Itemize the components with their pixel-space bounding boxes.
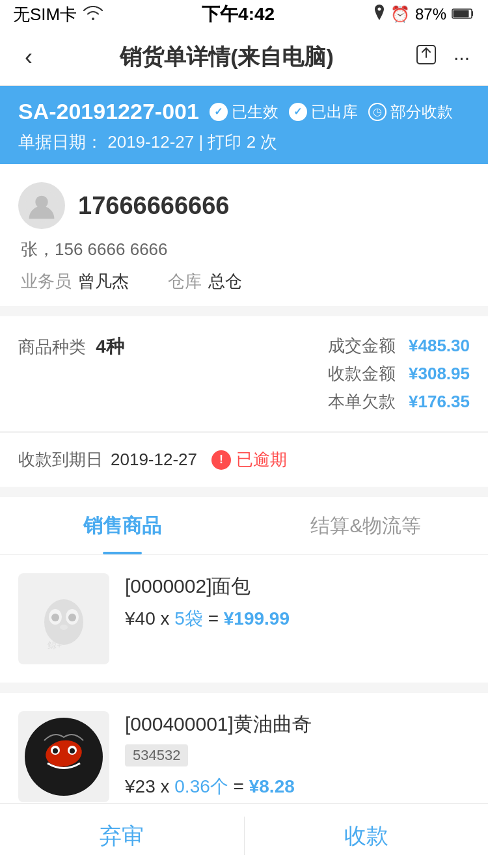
overdue-badge: ! 已逾期 (211, 448, 287, 471)
collect-payment-button[interactable]: 收款 (245, 804, 489, 868)
share-button[interactable] (414, 43, 438, 71)
product-info-bread: [0000002]面包 ¥40 x 5袋 = ¥199.99 (125, 573, 470, 631)
svg-point-5 (44, 599, 83, 645)
order-id: SA-20191227-001 (18, 99, 199, 124)
nav-actions: ··· (414, 43, 470, 71)
product-info-cookies: [000400001]黄油曲奇 534532 ¥23 x 0.36个 = ¥8.… (125, 711, 470, 799)
debt-amount-row: 本单欠款 ¥176.35 (328, 390, 470, 413)
product-price-cookies: ¥23 x 0.36个 = ¥8.28 (125, 774, 470, 799)
product-type-count: 4种 (96, 336, 124, 357)
status-right: ⏰ 87% (373, 5, 475, 24)
qty-cookies: 0.36个 (174, 776, 228, 796)
battery-text: 87% (415, 5, 446, 23)
badge-shipped: ✓ 已出库 (289, 102, 358, 122)
price-base-bread: ¥40 (125, 608, 156, 629)
check-icon: ✓ (210, 103, 228, 121)
svg-point-9 (68, 614, 76, 621)
product-type-row: 商品种类 4种 (18, 334, 124, 359)
warehouse-row: 仓库 总仓 (168, 270, 242, 293)
svg-rect-1 (453, 10, 468, 18)
customer-phone: 17666666666 (78, 192, 229, 220)
bottom-bar: 弃审 收款 (0, 803, 488, 868)
product-item-cookies: [000400001]黄油曲奇 534532 ¥23 x 0.36个 = ¥8.… (0, 693, 488, 821)
avatar (18, 182, 65, 229)
back-button[interactable]: ‹ (18, 37, 39, 77)
price-base-cookies: ¥23 (125, 776, 156, 796)
status-time: 下午4:42 (202, 2, 275, 27)
deal-amount-value: ¥485.30 (409, 336, 470, 356)
check-icon-2: ✓ (289, 103, 307, 121)
wifi-icon (83, 5, 103, 25)
tabs: 销售商品 结算&物流等 (0, 497, 488, 554)
nav-bar: ‹ 销货单详情(来自电脑) ··· (0, 29, 488, 86)
debt-label: 本单欠款 (328, 390, 396, 413)
customer-section: 17666666666 张，156 6666 6666 业务员 曾凡杰 仓库 总… (0, 164, 488, 306)
more-button[interactable]: ··· (454, 46, 470, 68)
overdue-label: 收款到期日 (18, 448, 103, 471)
customer-name-phone: 张，156 6666 6666 (18, 238, 470, 261)
cancel-review-button[interactable]: 弃审 (0, 804, 244, 868)
warehouse-label: 仓库 (168, 270, 202, 293)
stats-right: 成交金额 ¥485.30 收款金额 ¥308.95 本单欠款 ¥176.35 (328, 334, 470, 413)
alarm-icon: ⏰ (390, 5, 410, 23)
svg-point-17 (70, 748, 75, 753)
location-icon (373, 5, 385, 24)
overdue-dot-icon: ! (211, 450, 231, 470)
badge-partial: ◷ 部分收款 (368, 102, 453, 122)
product-type-label: 商品种类 (18, 337, 86, 357)
product-image-bread: 鲸+ (18, 573, 109, 664)
stats-section: 商品种类 4种 成交金额 ¥485.30 收款金额 ¥308.95 本单欠款 ¥… (0, 316, 488, 432)
product-tag-cookies: 534532 (125, 744, 188, 766)
received-value: ¥308.95 (409, 364, 470, 384)
tab-sales-products[interactable]: 销售商品 (0, 497, 244, 554)
overdue-section: 收款到期日 2019-12-27 ! 已逾期 (0, 432, 488, 487)
overdue-text: 已逾期 (236, 448, 287, 471)
status-left: 无SIM卡 (13, 3, 103, 26)
sales-rep-value: 曾凡杰 (78, 270, 129, 293)
page-title: 销货单详情(来自电脑) (120, 42, 334, 72)
order-header-banner: SA-20191227-001 ✓ 已生效 ✓ 已出库 ◷ 部分收款 单据日期：… (0, 86, 488, 164)
product-price-bread: ¥40 x 5袋 = ¥199.99 (125, 606, 470, 631)
warehouse-value: 总仓 (208, 270, 242, 293)
stats-left: 商品种类 4种 (18, 334, 124, 363)
sales-rep-label: 业务员 (21, 270, 72, 293)
product-image-cookies (18, 711, 109, 802)
product-name-cookies: [000400001]黄油曲奇 (125, 711, 470, 738)
customer-meta: 业务员 曾凡杰 仓库 总仓 (18, 270, 470, 293)
deal-amount-row: 成交金额 ¥485.30 (328, 334, 470, 357)
order-date-line: 单据日期： 2019-12-27 | 打印 2 次 (18, 131, 470, 154)
svg-point-8 (51, 614, 59, 621)
svg-point-10 (60, 625, 68, 630)
qty-bread: 5袋 (174, 608, 203, 629)
product-name-bread: [0000002]面包 (125, 573, 470, 600)
svg-point-16 (53, 748, 58, 753)
product-list: 鲸+ [0000002]面包 ¥40 x 5袋 = ¥199.99 (0, 555, 488, 821)
battery-icon (452, 5, 475, 23)
status-bar: 无SIM卡 下午4:42 ⏰ 87% (0, 0, 488, 29)
received-amount-row: 收款金额 ¥308.95 (328, 362, 470, 385)
tab-settlement[interactable]: 结算&物流等 (244, 497, 488, 554)
received-label: 收款金额 (328, 362, 396, 385)
tabs-section: 销售商品 结算&物流等 (0, 497, 488, 555)
debt-value: ¥176.35 (409, 392, 470, 412)
svg-text:鲸+: 鲸+ (47, 640, 62, 650)
product-item-bread: 鲸+ [0000002]面包 ¥40 x 5袋 = ¥199.99 (0, 555, 488, 683)
badge-effective: ✓ 已生效 (210, 102, 278, 122)
carrier-text: 无SIM卡 (13, 3, 77, 26)
sales-rep-row: 业务员 曾凡杰 (21, 270, 129, 293)
deal-amount-label: 成交金额 (328, 334, 396, 357)
total-bread: ¥199.99 (224, 608, 290, 629)
overdue-date: 2019-12-27 (111, 450, 197, 470)
clock-icon: ◷ (368, 103, 386, 121)
total-cookies: ¥8.28 (249, 776, 295, 796)
